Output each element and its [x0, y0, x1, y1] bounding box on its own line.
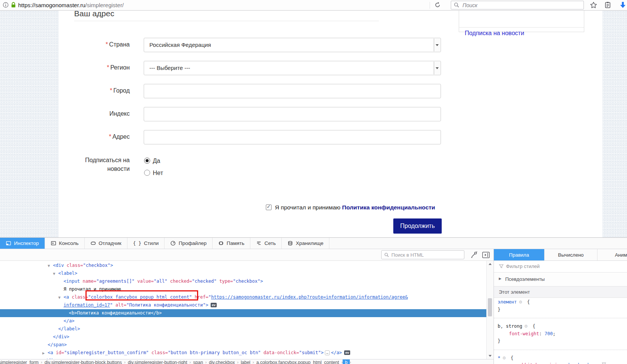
- devtools-tab-консоль[interactable]: Консоль: [45, 238, 85, 249]
- markup-line[interactable]: <input name="agreements[]" value="all" c…: [0, 277, 486, 285]
- css-rule-line[interactable]: ▶-webkit-box-sizing: border-box;: [494, 362, 627, 364]
- network-icon: [256, 240, 262, 246]
- style-filter-input[interactable]: Фильтр стилей: [494, 261, 627, 273]
- devtools-tab-инспектор[interactable]: Инспектор: [0, 238, 45, 249]
- url-bar[interactable]: https://samogonomaster.ru/simpleregister…: [18, 2, 124, 8]
- toggle-sidebar-icon[interactable]: [482, 251, 490, 260]
- devtools-tab-хранилище[interactable]: Хранилище: [282, 238, 329, 249]
- filter-placeholder: Фильтр стилей: [506, 263, 540, 269]
- tab-label: Инспектор: [14, 240, 39, 246]
- markup-line[interactable]: ▼<label>: [0, 270, 486, 277]
- pseudo-elements-section[interactable]: ▶ Псевдоэлементы: [494, 273, 627, 287]
- rule-separator: [494, 345, 627, 350]
- subscribe-yes-radio[interactable]: [144, 158, 150, 164]
- privacy-policy-link[interactable]: Политика конфиденциальности: [342, 204, 435, 211]
- breadcrumb-item-active[interactable]: b: [343, 359, 350, 364]
- css-token: -webkit-box-sizing: [514, 362, 563, 364]
- breadcrumb-item[interactable]: div.simpleregister-button-block.buttons: [42, 359, 124, 364]
- twisty-arrow-icon[interactable]: ▼: [48, 262, 50, 270]
- overridden-filter-icon[interactable]: [602, 362, 606, 364]
- region-select[interactable]: --- Выберите ---: [144, 61, 441, 75]
- css-rule-line[interactable]: элемент⚙ {: [494, 299, 627, 306]
- devtools-tab-память[interactable]: Память: [213, 238, 250, 249]
- country-select[interactable]: Российская Федерация: [144, 38, 441, 52]
- html-search-placeholder: Поиск в HTML: [391, 252, 424, 258]
- agreement-row: ✓ Я прочитал и принимаю Политика конфиде…: [266, 204, 435, 211]
- breadcrumb-item[interactable]: form#simpleregister_form: [0, 359, 41, 364]
- markup-scrollbar[interactable]: [486, 261, 493, 359]
- field-label-country: *Страна: [57, 41, 130, 48]
- devtools-tab-стили[interactable]: { }Стили: [127, 238, 165, 249]
- css-token: ;: [553, 331, 556, 336]
- css-rule-line[interactable]: }: [494, 306, 627, 314]
- code-token: "checkbox": [83, 263, 110, 268]
- markup-line[interactable]: </label>: [0, 325, 486, 333]
- search-input[interactable]: Поиск: [451, 1, 584, 9]
- devtools-tab-сеть[interactable]: Сеть: [250, 238, 282, 249]
- sidebar-tab-2[interactable]: Аним: [598, 249, 627, 260]
- search-icon: [384, 252, 389, 259]
- collapsed-content-badge[interactable]: …: [325, 350, 330, 355]
- library-icon[interactable]: [604, 2, 611, 10]
- code-token: ": [110, 302, 113, 308]
- annotation-red-box: [85, 290, 198, 300]
- eyedropper-icon[interactable]: [470, 251, 478, 260]
- selector-highlight-icon[interactable]: ⚙: [502, 356, 506, 361]
- markup-line[interactable]: ▼<div class="checkbox">: [0, 262, 486, 270]
- code-token: </label>: [58, 326, 80, 331]
- code-token: "button btn-primary button_oc btn": [168, 350, 261, 355]
- scroll-down-arrow[interactable]: [489, 355, 492, 357]
- devtools-tab-отладчик[interactable]: Отладчик: [85, 238, 127, 249]
- breadcrumb-item[interactable]: span: [191, 359, 205, 364]
- css-rule-line[interactable]: b, strong⚙ {: [494, 323, 627, 330]
- https-lock-icon[interactable]: [11, 2, 16, 9]
- breadcrumb: form#simpleregister_form›div.simpleregis…: [0, 359, 494, 364]
- css-rule-line[interactable]: *⚙ {: [494, 355, 627, 362]
- breadcrumb-item[interactable]: a.colorbox.fancybox.popup_html_content: [254, 359, 341, 364]
- twisty-arrow-icon[interactable]: ▶: [42, 349, 45, 357]
- sidebar-item-newsletter[interactable]: Подписка на новости: [465, 30, 524, 37]
- markup-line[interactable]: </a>: [0, 317, 486, 325]
- postcode-input[interactable]: [144, 107, 441, 121]
- css-rule-line[interactable]: font-weight: 700;: [494, 330, 627, 338]
- breadcrumb-item[interactable]: div.simpleregister-button-right: [126, 359, 189, 364]
- address-input[interactable]: [144, 130, 441, 144]
- devtools-tab-профайлер[interactable]: Профайлер: [165, 238, 213, 249]
- subscribe-no-radio[interactable]: [144, 170, 150, 176]
- event-badge[interactable]: ev: [211, 303, 217, 307]
- continue-button[interactable]: Продолжить: [393, 218, 442, 234]
- css-rule-line[interactable]: }: [494, 338, 627, 345]
- agreement-checkbox[interactable]: ✓: [266, 204, 272, 210]
- html-search-input[interactable]: Поиск в HTML: [381, 250, 464, 259]
- tab-label: Консоль: [59, 240, 79, 246]
- browser-toolbar: https://samogonomaster.ru/simpleregister…: [0, 0, 627, 11]
- markup-line[interactable]: </span>: [0, 341, 486, 349]
- code-token: [135, 279, 137, 284]
- twisty-arrow-icon[interactable]: ▼: [58, 294, 61, 302]
- markup-line[interactable]: ▶<a id="simpleregister_button_confirm" c…: [0, 349, 486, 357]
- bookmark-star-icon[interactable]: [590, 2, 597, 10]
- field-label-address: *Адрес: [57, 133, 130, 140]
- subscribe-label-line2: новости: [57, 166, 130, 172]
- city-input[interactable]: [144, 84, 441, 98]
- scrollbar-thumb[interactable]: [488, 298, 492, 316]
- markup-line[interactable]: information_id=17" alt="Политика конфиде…: [0, 301, 486, 309]
- breadcrumb-item[interactable]: div.checkbox: [206, 359, 237, 364]
- breadcrumb-item[interactable]: label: [239, 359, 253, 364]
- sidebar-tab-1[interactable]: Вычислено: [545, 249, 598, 260]
- scroll-up-arrow[interactable]: [489, 263, 492, 265]
- selector-highlight-icon[interactable]: ⚙: [524, 324, 528, 329]
- event-badge[interactable]: ev: [344, 350, 350, 355]
- page-info-icon[interactable]: [3, 2, 9, 9]
- markup-line[interactable]: ▼<a class="colorbox fancybox popup_html_…: [0, 293, 486, 301]
- markup-line-selected[interactable]: <b>Политика конфиденциальности</b>: [0, 309, 486, 317]
- sidebar-tab-0[interactable]: Правила: [494, 249, 545, 260]
- breadcrumb-separator: ›: [350, 359, 351, 364]
- markup-line[interactable]: Я прочитал и принимаю: [0, 285, 486, 293]
- download-icon[interactable]: [619, 1, 627, 11]
- twisty-arrow-icon[interactable]: ▼: [53, 270, 55, 278]
- reload-icon[interactable]: [434, 2, 441, 10]
- code-token: data-onclick=: [264, 350, 299, 355]
- selector-highlight-icon[interactable]: ⚙: [519, 300, 523, 305]
- markup-line[interactable]: </div>: [0, 333, 486, 341]
